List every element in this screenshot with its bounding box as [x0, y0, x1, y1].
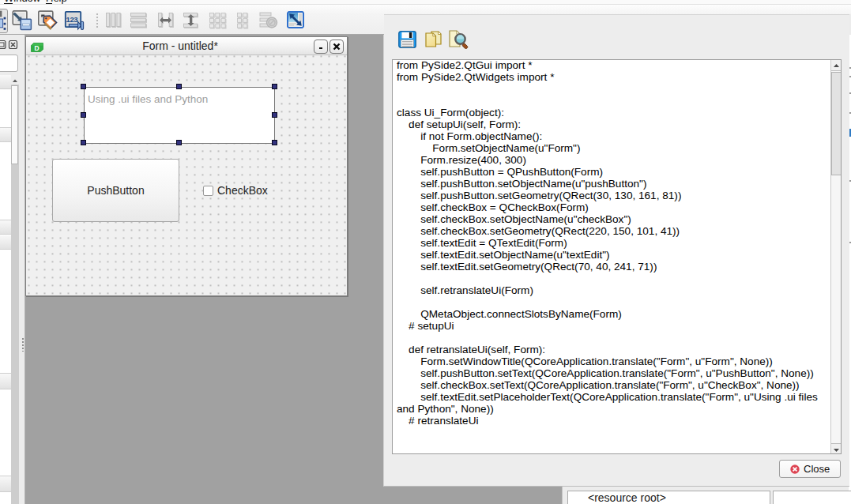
- svg-text:123: 123: [66, 15, 78, 24]
